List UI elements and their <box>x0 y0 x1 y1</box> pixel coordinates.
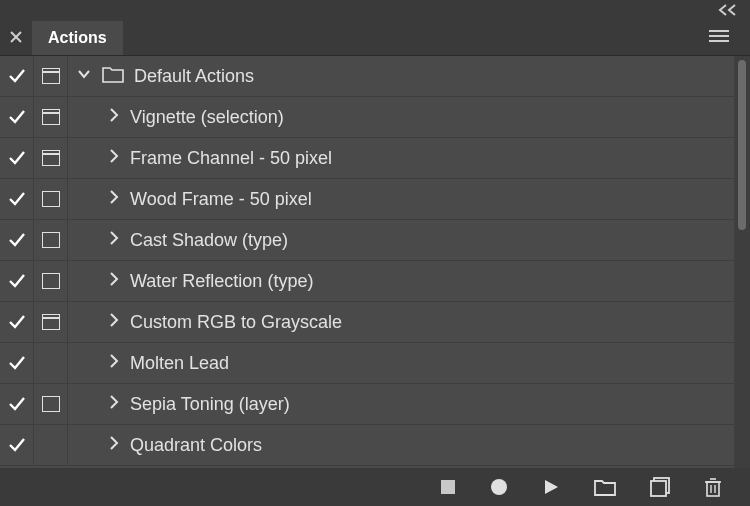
chevron-right-icon[interactable] <box>108 107 120 128</box>
dialog-icon-empty <box>42 396 60 412</box>
chevron-down-icon[interactable] <box>76 66 92 87</box>
delete-button[interactable] <box>704 477 722 497</box>
close-panel-icon[interactable] <box>0 29 32 47</box>
action-row[interactable]: Custom RGB to Grayscale <box>0 302 734 343</box>
svg-marker-7 <box>545 480 558 494</box>
action-row[interactable]: Quadrant Colors <box>0 425 734 466</box>
record-button[interactable] <box>490 478 508 496</box>
chevron-right-icon[interactable] <box>108 189 120 210</box>
actions-list-container: Default Actions Vignette (selection) Fra… <box>0 56 750 468</box>
action-row[interactable]: Wood Frame - 50 pixel <box>0 179 734 220</box>
chevron-right-icon[interactable] <box>108 435 120 456</box>
action-name: Sepia Toning (layer) <box>130 394 290 415</box>
dialog-icon-empty <box>42 191 60 207</box>
action-row[interactable]: Vignette (selection) <box>0 97 734 138</box>
action-name: Custom RGB to Grayscale <box>130 312 342 333</box>
chevron-right-icon[interactable] <box>108 312 120 333</box>
dialog-toggle[interactable] <box>34 220 68 260</box>
action-name: Quadrant Colors <box>130 435 262 456</box>
chevron-right-icon[interactable] <box>108 353 120 374</box>
dialog-icon <box>42 68 60 84</box>
new-action-button[interactable] <box>650 477 670 497</box>
play-button[interactable] <box>542 478 560 496</box>
dialog-toggle[interactable] <box>34 384 68 424</box>
action-body[interactable]: Quadrant Colors <box>68 425 734 465</box>
panel-top-strip <box>0 0 750 20</box>
toggle-checkbox[interactable] <box>0 425 34 465</box>
scrollbar-thumb[interactable] <box>738 60 746 230</box>
action-row[interactable]: Frame Channel - 50 pixel <box>0 138 734 179</box>
action-name: Cast Shadow (type) <box>130 230 288 251</box>
actions-toolbar <box>0 468 750 506</box>
action-row[interactable]: Cast Shadow (type) <box>0 220 734 261</box>
action-body[interactable]: Molten Lead <box>68 343 734 383</box>
toggle-checkbox[interactable] <box>0 302 34 342</box>
action-body[interactable]: Frame Channel - 50 pixel <box>68 138 734 178</box>
toggle-checkbox[interactable] <box>0 56 34 96</box>
dialog-toggle[interactable] <box>34 179 68 219</box>
actions-list: Default Actions Vignette (selection) Fra… <box>0 56 734 468</box>
dialog-toggle[interactable] <box>34 97 68 137</box>
tab-label: Actions <box>48 29 107 46</box>
chevron-right-icon[interactable] <box>108 271 120 292</box>
stop-button[interactable] <box>440 479 456 495</box>
action-name: Wood Frame - 50 pixel <box>130 189 312 210</box>
action-row[interactable]: Molten Lead <box>0 343 734 384</box>
dialog-toggle[interactable] <box>34 138 68 178</box>
panel-tabbar: Actions <box>0 20 750 56</box>
folder-icon <box>102 65 124 88</box>
svg-point-6 <box>491 479 507 495</box>
dialog-icon <box>42 314 60 330</box>
dialog-toggle[interactable] <box>34 343 68 383</box>
action-set-body[interactable]: Default Actions <box>68 56 734 96</box>
chevron-right-icon[interactable] <box>108 148 120 169</box>
chevron-right-icon[interactable] <box>108 394 120 415</box>
dialog-toggle[interactable] <box>34 56 68 96</box>
dialog-icon-empty <box>42 273 60 289</box>
dialog-toggle[interactable] <box>34 302 68 342</box>
action-set-name: Default Actions <box>134 66 254 87</box>
toggle-checkbox[interactable] <box>0 261 34 301</box>
action-body[interactable]: Sepia Toning (layer) <box>68 384 734 424</box>
action-name: Vignette (selection) <box>130 107 284 128</box>
dialog-icon-empty <box>42 232 60 248</box>
svg-rect-10 <box>707 482 719 496</box>
action-name: Water Reflection (type) <box>130 271 313 292</box>
toggle-checkbox[interactable] <box>0 138 34 178</box>
action-set-row[interactable]: Default Actions <box>0 56 734 97</box>
toggle-checkbox[interactable] <box>0 220 34 260</box>
toggle-checkbox[interactable] <box>0 343 34 383</box>
action-row[interactable]: Sepia Toning (layer) <box>0 384 734 425</box>
scrollbar[interactable] <box>734 56 750 468</box>
toggle-checkbox[interactable] <box>0 97 34 137</box>
svg-rect-9 <box>651 481 666 496</box>
action-name: Molten Lead <box>130 353 229 374</box>
collapse-panel-icon[interactable] <box>718 4 738 16</box>
action-body[interactable]: Wood Frame - 50 pixel <box>68 179 734 219</box>
dialog-icon <box>42 109 60 125</box>
action-body[interactable]: Cast Shadow (type) <box>68 220 734 260</box>
dialog-icon <box>42 150 60 166</box>
toggle-checkbox[interactable] <box>0 384 34 424</box>
new-set-button[interactable] <box>594 478 616 496</box>
action-body[interactable]: Vignette (selection) <box>68 97 734 137</box>
svg-rect-5 <box>441 480 455 494</box>
toggle-checkbox[interactable] <box>0 179 34 219</box>
panel-menu-icon[interactable] <box>700 29 738 47</box>
action-body[interactable]: Water Reflection (type) <box>68 261 734 301</box>
chevron-right-icon[interactable] <box>108 230 120 251</box>
dialog-toggle[interactable] <box>34 425 68 465</box>
action-name: Frame Channel - 50 pixel <box>130 148 332 169</box>
tab-actions[interactable]: Actions <box>32 21 123 55</box>
action-row[interactable]: Water Reflection (type) <box>0 261 734 302</box>
dialog-toggle[interactable] <box>34 261 68 301</box>
action-body[interactable]: Custom RGB to Grayscale <box>68 302 734 342</box>
